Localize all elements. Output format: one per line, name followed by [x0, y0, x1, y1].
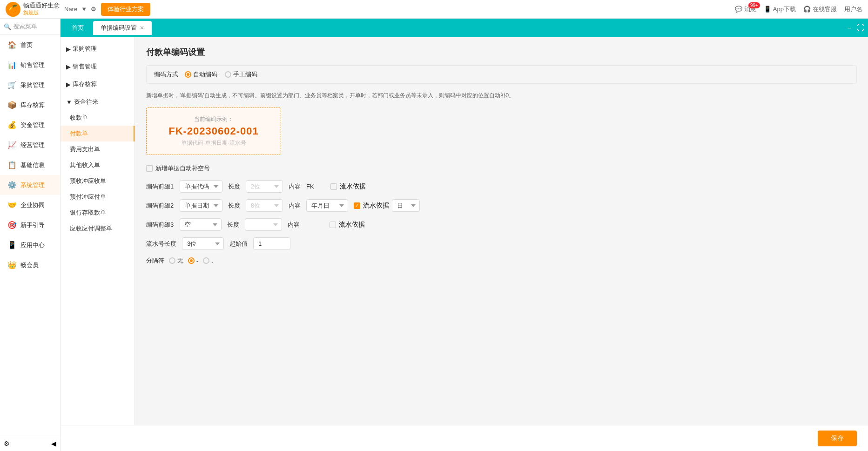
experience-button[interactable]: 体验行业方案: [101, 3, 150, 16]
prefix1-type-select[interactable]: 单据代码: [180, 180, 222, 193]
user-area[interactable]: 用户名: [844, 5, 862, 13]
start-value-input[interactable]: [253, 237, 290, 250]
sub-item-other-income[interactable]: 其他收入单: [61, 157, 135, 173]
sub-item-advance-receipt[interactable]: 预收冲应收单: [61, 173, 135, 189]
top-bar-right: 💬 消息 99+ 📱 App下载 🎧 在线客服 用户名: [735, 5, 862, 13]
serial-follow-value-select[interactable]: 日: [392, 199, 420, 212]
separator-none-radio[interactable]: [169, 257, 175, 264]
sidebar-item-appstore[interactable]: 📱 应用中心: [0, 235, 60, 255]
config-row-2: 编码前缀2 单据日期 长度 8位 内容 年月日 ✓ 流水依据: [146, 199, 857, 212]
sidebar-search[interactable]: 🔍 搜索菜单: [0, 19, 60, 35]
sub-group-sales-title[interactable]: ▶ 销售管理: [61, 59, 135, 74]
content-label-2: 内容: [289, 202, 301, 210]
tab-encode-label: 单据编码设置: [101, 24, 137, 32]
separator-dot-label: .: [211, 257, 213, 264]
sub-group-capital-title[interactable]: ▼ 资金往来: [61, 94, 135, 110]
online-service-button[interactable]: 🎧 在线客服: [803, 5, 837, 13]
sub-item-bank[interactable]: 银行存取款单: [61, 205, 135, 221]
tab-close-icon[interactable]: ✕: [140, 25, 144, 31]
separator-label: 分隔符: [146, 256, 164, 265]
sidebar-item-finance[interactable]: 💰 资金管理: [0, 115, 60, 135]
tab-home[interactable]: 首页: [64, 21, 91, 35]
save-button[interactable]: 保存: [818, 431, 857, 446]
sidebar-item-sales[interactable]: 📊 销售管理: [0, 55, 60, 75]
code-preview-label: 当前编码示例：: [156, 115, 271, 123]
sub-item-payment[interactable]: 付款单: [61, 126, 135, 141]
auto-fill-checkbox[interactable]: [146, 165, 153, 172]
serial-length-select[interactable]: 3位: [182, 237, 224, 250]
prefix2-content-select[interactable]: 年月日: [306, 199, 348, 212]
serial-follow-checkbox-2[interactable]: ✓: [354, 202, 360, 209]
search-icon: 🔍: [4, 23, 11, 30]
config-row-1: 编码前缀1 单据代码 长度 2位 内容 FK 流水依据: [146, 180, 857, 193]
sub-group-purchase-arrow: ▶: [66, 46, 71, 53]
separator-dot-radio[interactable]: [203, 257, 209, 264]
sidebar-item-system[interactable]: ⚙️ 系统管理: [0, 175, 60, 195]
system-icon: ⚙️: [7, 181, 17, 189]
sub-item-receipt[interactable]: 收款单: [61, 110, 135, 126]
sub-item-adjustment[interactable]: 应收应付调整单: [61, 221, 135, 236]
separator-none-option[interactable]: 无: [169, 256, 183, 265]
prefix3-length-select[interactable]: [245, 218, 282, 231]
tab-minimize-button[interactable]: －: [846, 23, 853, 33]
settings-icon[interactable]: ⚙: [91, 6, 96, 13]
sales-icon: 📊: [7, 61, 17, 69]
sidebar-items: 🏠 首页 📊 销售管理 🛒 采购管理 📦 库存核算 💰 资金管理 📈 经: [0, 35, 60, 436]
content-label-3: 内容: [288, 221, 300, 229]
collapse-icon[interactable]: ◀: [51, 440, 56, 447]
serial-follow-2: ✓ 流水依据 日: [354, 199, 420, 212]
serial-follow-checkbox-1[interactable]: [330, 183, 337, 190]
settings-bottom-icon[interactable]: ⚙: [4, 440, 10, 447]
sidebar-item-inventory-label: 库存核算: [20, 101, 45, 109]
message-button[interactable]: 💬 消息 99+: [735, 5, 756, 13]
app-download-button[interactable]: 📱 App下载: [764, 5, 796, 13]
service-label: 在线客服: [813, 5, 837, 13]
nav-dropdown-icon[interactable]: ▼: [81, 6, 87, 13]
top-nav: Nare ▼ ⚙: [64, 6, 96, 13]
manual-encode-radio[interactable]: [225, 71, 231, 78]
encoding-type-bar: 编码方式 自动编码 手工编码: [146, 65, 857, 84]
start-value-label: 起始值: [229, 240, 248, 248]
prefix2-type-select[interactable]: 单据日期: [180, 199, 222, 212]
sidebar-item-guide[interactable]: 🎯 新手引导: [0, 215, 60, 235]
manual-encode-option[interactable]: 手工编码: [225, 70, 257, 79]
page-body: ▶ 采购管理 ▶ 销售管理 ▶ 库存核算: [61, 37, 868, 451]
sidebar-item-guide-label: 新手引导: [20, 221, 45, 229]
sidebar-item-operations-label: 经营管理: [20, 141, 45, 149]
separator-dot-option[interactable]: .: [203, 257, 213, 264]
logo-text-block: 畅通通好生意 旗舰版: [23, 2, 60, 16]
encoding-type-label: 编码方式: [154, 70, 178, 79]
separator-dash-option[interactable]: -: [188, 257, 198, 264]
sidebar-item-enterprise[interactable]: 🤝 企业协同: [0, 195, 60, 215]
sidebar-item-home[interactable]: 🏠 首页: [0, 35, 60, 55]
auto-encode-radio-inner: [187, 73, 189, 76]
separator-dash-radio[interactable]: [188, 257, 195, 264]
sidebar-item-operations[interactable]: 📈 经营管理: [0, 135, 60, 155]
sub-group-inventory-label: 库存核算: [73, 80, 97, 88]
config-label-2: 编码前缀2: [146, 202, 174, 210]
sub-item-expense[interactable]: 费用支出单: [61, 141, 135, 157]
sub-group-purchase: ▶ 采购管理: [61, 41, 135, 57]
tab-maximize-button[interactable]: ⛶: [857, 23, 864, 33]
sidebar-item-finance-label: 资金管理: [20, 121, 45, 129]
auto-encode-option[interactable]: 自动编码: [185, 70, 217, 79]
sub-group-inventory-title[interactable]: ▶ 库存核算: [61, 76, 135, 92]
logo-sub: 旗舰版: [23, 9, 60, 16]
sidebar-item-basic-label: 基础信息: [20, 161, 45, 169]
tab-actions: － ⛶: [846, 23, 864, 33]
prefix3-type-select[interactable]: 空: [180, 218, 222, 231]
code-preview-desc: 单据代码-单据日期-流水号: [156, 139, 271, 147]
sidebar-item-member[interactable]: 👑 畅会员: [0, 255, 60, 275]
serial-follow-label-1: 流水依据: [340, 182, 366, 191]
sidebar-item-basic[interactable]: 📋 基础信息: [0, 155, 60, 175]
sidebar-item-purchase-label: 采购管理: [20, 81, 45, 89]
serial-follow-checkbox-3[interactable]: [330, 222, 336, 228]
sidebar-item-purchase[interactable]: 🛒 采购管理: [0, 75, 60, 95]
sidebar-item-inventory[interactable]: 📦 库存核算: [0, 95, 60, 115]
prefix2-length-select[interactable]: 8位: [246, 199, 283, 212]
tab-encode-setting[interactable]: 单据编码设置 ✕: [93, 21, 152, 35]
sub-item-advance-payment[interactable]: 预付冲应付单: [61, 189, 135, 205]
prefix1-length-select[interactable]: 2位: [246, 180, 283, 193]
auto-encode-radio[interactable]: [185, 71, 191, 78]
sub-group-purchase-title[interactable]: ▶ 采购管理: [61, 41, 135, 57]
